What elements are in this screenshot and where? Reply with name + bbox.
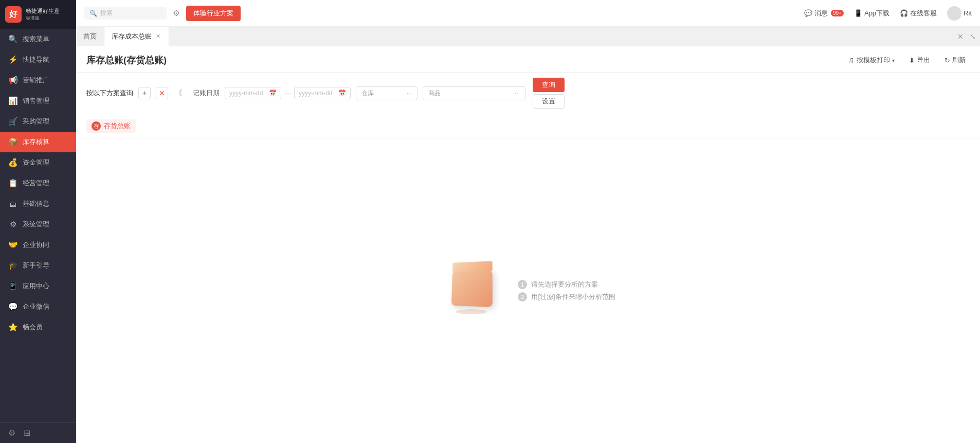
- filter-actions: 查询 设置: [533, 78, 565, 109]
- logo-text: 畅捷通好生意 标准版: [26, 7, 60, 22]
- user-avatar-item[interactable]: Rit: [947, 6, 972, 21]
- topbar: 🔍 搜索 ⚙ 体验行业方案 💬 消息 99+ 📱 App下载 🎧 在线客服 Ri…: [76, 0, 980, 27]
- panel-resize-icon[interactable]: ⤡: [970, 32, 976, 41]
- app-center-icon: 📱: [8, 281, 17, 291]
- search-icon: 🔍: [89, 10, 97, 17]
- filter-bar: 按以下方案查询 ＋ ✕ 《 记账日期 yyyy-mm-dd 📅 — yyyy-m…: [76, 73, 980, 114]
- sidebar-item-inventory[interactable]: 📦 库存核算: [0, 132, 76, 152]
- online-service-item[interactable]: 🎧 在线客服: [900, 9, 937, 18]
- sidebar-item-marketing[interactable]: 📢 营销推广: [0, 70, 76, 91]
- cooperation-icon: 🤝: [8, 240, 17, 250]
- system-icon: ⚙: [8, 220, 17, 229]
- sidebar-scroll: 🔍 搜索菜单 ⚡ 快捷导航 📢 营销推广 📊 销售管理 🛒 采购管理 📦 库存核…: [0, 29, 76, 422]
- sidebar-item-cooperation[interactable]: 🤝 企业协同: [0, 235, 76, 255]
- add-filter-btn[interactable]: ＋: [138, 87, 151, 99]
- sidebar-item-finance[interactable]: 💰 资金管理: [0, 152, 76, 173]
- empty-shadow: [456, 309, 487, 314]
- content-area: 库存总账(存货总账) 🖨 按模板打印 ▾ ⬇ 导出 ↻ 刷新 按以下方案查询: [76, 46, 980, 443]
- headset-icon: 🎧: [900, 9, 908, 17]
- page-header: 库存总账(存货总账) 🖨 按模板打印 ▾ ⬇ 导出 ↻ 刷新: [76, 46, 980, 73]
- operations-icon: 📋: [8, 179, 17, 188]
- date-range: yyyy-mm-dd 📅 — yyyy-mm-dd 📅: [225, 87, 351, 99]
- quick-nav-icon: ⚡: [8, 55, 17, 64]
- tab-close-icon[interactable]: ✕: [155, 33, 161, 40]
- sidebar-item-basic-info[interactable]: 🗂 基础信息: [0, 193, 76, 214]
- sidebar-item-operations[interactable]: 📋 经营管理: [0, 173, 76, 193]
- print-template-btn[interactable]: 🖨 按模板打印 ▾: [844, 54, 899, 67]
- goods-more-icon: ···: [515, 90, 520, 97]
- export-icon: ⬇: [909, 57, 915, 64]
- refresh-btn[interactable]: ↻ 刷新: [940, 54, 970, 67]
- logo-icon: 好: [5, 6, 22, 23]
- empty-text: 1 请先选择要分析的方案 2 用[过滤]条件来缩小分析范围: [518, 277, 615, 305]
- app-download-item[interactable]: 📱 App下载: [854, 9, 890, 18]
- sidebar-item-app-center[interactable]: 📱 应用中心: [0, 276, 76, 296]
- industry-btn[interactable]: 体验行业方案: [186, 6, 241, 21]
- finance-icon: 💰: [8, 158, 17, 167]
- sidebar-item-system[interactable]: ⚙ 系统管理: [0, 214, 76, 235]
- main-area: 🔍 搜索 ⚙ 体验行业方案 💬 消息 99+ 📱 App下载 🎧 在线客服 Ri…: [76, 0, 980, 443]
- panel-close-icon[interactable]: ✕: [955, 32, 966, 41]
- sidebar-item-search-menu[interactable]: 🔍 搜索菜单: [0, 29, 76, 49]
- page-title: 库存总账(存货总账): [86, 54, 167, 66]
- query-btn[interactable]: 查询: [533, 78, 565, 92]
- basic-info-icon: 🗂: [8, 200, 17, 208]
- sales-icon: 📊: [8, 96, 17, 105]
- print-dropdown-icon: ▾: [892, 58, 895, 63]
- empty-state: 1 请先选择要分析的方案 2 用[过滤]条件来缩小分析范围: [76, 138, 980, 443]
- avatar: [947, 6, 961, 21]
- calendar-end-icon: 📅: [338, 90, 346, 97]
- goods-select[interactable]: 商品 ···: [423, 86, 525, 100]
- topbar-right: 💬 消息 99+ 📱 App下载 🎧 在线客服 Rit: [804, 6, 972, 21]
- wechat-icon: 💬: [8, 302, 17, 311]
- search-menu-icon: 🔍: [8, 34, 17, 44]
- tab-right-actions: ✕ ⤡: [955, 32, 980, 41]
- tab-home[interactable]: 首页: [76, 27, 104, 46]
- sub-nav: 存 存货总账: [76, 114, 980, 138]
- guide-icon: 🎓: [8, 261, 17, 270]
- sidebar-bottom: ⚙ ⊞: [0, 422, 76, 443]
- empty-illustration: [441, 260, 502, 322]
- tabbar: 首页 库存成本总账 ✕ ✕ ⤡: [76, 27, 980, 46]
- filter-label: 按以下方案查询: [86, 88, 133, 98]
- date-end-input[interactable]: yyyy-mm-dd 📅: [294, 87, 351, 99]
- sidebar: 好 畅捷通好生意 标准版 🔍 搜索菜单 ⚡ 快捷导航 📢 营销推广 📊 销售管理…: [0, 0, 76, 443]
- sidebar-item-wechat[interactable]: 💬 企业微信: [0, 296, 76, 317]
- tab-inventory-cost[interactable]: 库存成本总账 ✕: [104, 27, 169, 46]
- message-item[interactable]: 💬 消息 99+: [804, 9, 844, 18]
- member-icon: ⭐: [8, 323, 17, 332]
- calendar-start-icon: 📅: [269, 90, 277, 97]
- settings-btn[interactable]: 设置: [533, 94, 565, 109]
- purchase-icon: 🛒: [8, 117, 17, 126]
- print-icon: 🖨: [848, 57, 855, 64]
- sidebar-item-quick-nav[interactable]: ⚡ 快捷导航: [0, 49, 76, 70]
- sidebar-item-purchase[interactable]: 🛒 采购管理: [0, 111, 76, 132]
- date-label: 记账日期: [193, 88, 220, 98]
- topbar-search[interactable]: 🔍 搜索: [84, 7, 167, 20]
- inventory-ledger-icon: 存: [92, 121, 101, 131]
- export-btn[interactable]: ⬇ 导出: [905, 54, 934, 67]
- empty-box: [451, 270, 493, 307]
- settings-gear-icon[interactable]: ⚙: [173, 8, 180, 18]
- message-icon: 💬: [804, 9, 812, 17]
- settings-icon[interactable]: ⚙: [8, 428, 15, 438]
- warehouse-more-icon: ···: [407, 90, 412, 97]
- delete-filter-btn[interactable]: ✕: [156, 87, 168, 99]
- sidebar-item-member[interactable]: ⭐ 畅会员: [0, 317, 76, 338]
- sub-nav-item-inventory-ledger[interactable]: 存 存货总账: [86, 119, 136, 133]
- collapse-icon[interactable]: 《: [173, 87, 184, 100]
- refresh-icon: ↻: [945, 57, 950, 64]
- inventory-icon: 📦: [8, 137, 17, 147]
- sidebar-logo: 好 畅捷通好生意 标准版: [0, 0, 76, 29]
- marketing-icon: 📢: [8, 76, 17, 85]
- page-header-actions: 🖨 按模板打印 ▾ ⬇ 导出 ↻ 刷新: [844, 54, 970, 67]
- sidebar-item-sales[interactable]: 📊 销售管理: [0, 91, 76, 111]
- phone-icon: 📱: [854, 9, 862, 17]
- warehouse-select[interactable]: 仓库 ···: [356, 86, 418, 100]
- sidebar-item-guide[interactable]: 🎓 新手引导: [0, 255, 76, 276]
- expand-icon[interactable]: ⊞: [24, 428, 30, 438]
- date-start-input[interactable]: yyyy-mm-dd 📅: [225, 87, 281, 99]
